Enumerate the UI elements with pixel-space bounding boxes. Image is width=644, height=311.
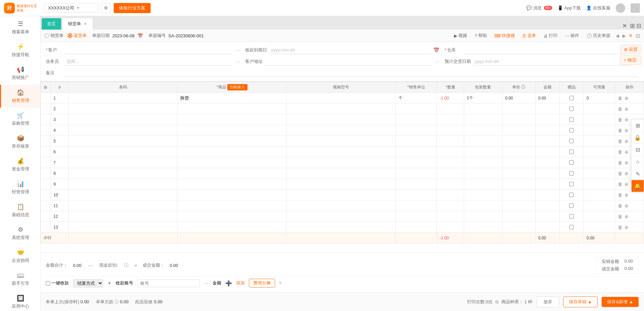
row-gift-6[interactable] <box>560 147 584 157</box>
online-support-button[interactable]: 👤 在线客服 <box>586 5 610 11</box>
row-quantity-11[interactable] <box>437 200 464 211</box>
copy-icon-2[interactable]: ⊕ <box>624 106 629 112</box>
settings-icon[interactable]: ⚙ <box>101 3 111 13</box>
row-product-4[interactable] <box>178 125 287 136</box>
row-quantity-5[interactable] <box>437 136 464 147</box>
settings-button[interactable]: ⚙ 设置 <box>620 45 641 54</box>
payment-account-input[interactable] <box>137 279 200 287</box>
expected-delivery-input[interactable] <box>473 57 631 66</box>
row-product-13[interactable] <box>178 222 287 233</box>
row-product-11[interactable] <box>178 200 287 211</box>
row-barcode-2[interactable] <box>69 104 178 114</box>
grid-view-icon[interactable]: ⊟ <box>636 22 641 30</box>
sidebar-item-appstore[interactable]: 🔲 应用中心 <box>0 290 40 311</box>
row-product-2[interactable] <box>178 104 287 114</box>
trial-button[interactable]: 体验行业方案 <box>114 3 151 13</box>
row-quantity-2[interactable] <box>437 104 464 114</box>
row-gift-11[interactable] <box>560 200 584 211</box>
row-gift-2[interactable] <box>560 104 584 114</box>
sidebar-item-search[interactable]: ☰ 搜索菜单 <box>0 16 40 39</box>
scan-button[interactable]: 扫码录入 <box>227 84 248 90</box>
tab-close-icon[interactable]: ✕ <box>84 22 87 26</box>
one-click-payment[interactable]: 一键收款 <box>46 280 69 286</box>
row-spec-4[interactable] <box>287 125 395 136</box>
row-barcode-1[interactable] <box>69 93 178 104</box>
copy-icon-11[interactable]: ⊕ <box>624 203 629 208</box>
row-product-10[interactable] <box>178 190 287 200</box>
logistics-button[interactable]: + 物流 <box>620 55 641 65</box>
row-spec-11[interactable] <box>287 200 395 211</box>
row-quantity-7[interactable] <box>437 157 464 168</box>
row-barcode-7[interactable] <box>69 157 178 168</box>
row-product-8[interactable] <box>178 168 287 179</box>
remark-input[interactable] <box>65 69 639 77</box>
company-selector[interactable]: XXXXXX公司 ▼ <box>44 3 98 13</box>
row-spec-3[interactable] <box>287 114 395 125</box>
row-gift-8[interactable] <box>560 168 584 179</box>
row-gift-1[interactable] <box>560 93 584 104</box>
save-draft-button[interactable]: 保存草稿 ▲ <box>563 297 598 307</box>
float-edit-btn[interactable]: ✎ <box>632 168 644 180</box>
row-quantity-13[interactable] <box>437 222 464 233</box>
operate-btn[interactable]: ⋯ 操作 <box>563 32 581 40</box>
grid-detail-icon[interactable]: ⊟ <box>636 33 640 39</box>
sidebar-item-quick-nav[interactable]: ⚡ 快捷导航 <box>0 39 40 62</box>
float-notify-btn[interactable]: 🔔 <box>632 180 644 192</box>
avatar[interactable] <box>616 3 625 13</box>
row-spec-8[interactable] <box>287 168 395 179</box>
copy-icon-8[interactable]: ⊕ <box>624 171 629 176</box>
add-payment-icon[interactable]: ➕ <box>225 280 232 286</box>
row-barcode-4[interactable] <box>69 125 178 136</box>
close-window-icon[interactable]: ✕ <box>622 22 627 30</box>
sidebar-item-system[interactable]: ⚙ 系统管理 <box>0 222 40 245</box>
row-spec-10[interactable] <box>287 190 395 200</box>
discard-button[interactable]: 放弃 <box>536 297 559 307</box>
nav-next-icon[interactable]: ▶ <box>622 33 626 38</box>
copy-icon-4[interactable]: ⊕ <box>624 128 629 133</box>
delete-icon-4[interactable]: 🗑 <box>618 128 622 133</box>
radio-return[interactable]: 退货单 <box>68 33 87 39</box>
row-spec-9[interactable] <box>287 179 395 190</box>
customer-input[interactable] <box>65 46 233 54</box>
payment-due-input[interactable] <box>269 46 431 54</box>
row-barcode-13[interactable] <box>69 222 178 233</box>
row-spec-7[interactable] <box>287 157 395 168</box>
copy-icon-6[interactable]: ⊕ <box>624 149 629 155</box>
delete-icon-7[interactable]: 🗑 <box>618 160 622 165</box>
help-btn[interactable]: ? 帮助 <box>472 32 489 40</box>
warehouse-input[interactable]: 建材仓 <box>463 46 632 54</box>
copy-icon-3[interactable]: ⊕ <box>624 117 629 122</box>
row-barcode-3[interactable] <box>69 114 178 125</box>
row-barcode-10[interactable] <box>69 190 178 200</box>
delete-icon-3[interactable]: 🗑 <box>618 117 622 122</box>
copy-icon-7[interactable]: ⊕ <box>624 160 629 165</box>
sidebar-item-marketing[interactable]: 📢 营销推广 <box>0 62 40 85</box>
payment-dots-icon[interactable]: ··· <box>204 280 209 286</box>
row-gift-9[interactable] <box>560 179 584 190</box>
float-lock-btn[interactable]: 🔒 <box>632 131 644 144</box>
row-product-12[interactable] <box>178 211 287 222</box>
delete-icon-9[interactable]: 🗑 <box>618 182 622 187</box>
row-product-5[interactable] <box>178 136 287 147</box>
copy-icon-1[interactable]: ⊕ <box>624 95 629 101</box>
sidebar-item-finance[interactable]: 💰 资金管理 <box>0 153 40 176</box>
row-quantity-10[interactable] <box>437 190 464 200</box>
row-quantity-4[interactable] <box>437 125 464 136</box>
sidebar-item-guide[interactable]: 📖 新手引导 <box>0 268 40 290</box>
delete-icon-5[interactable]: 🗑 <box>618 139 622 144</box>
user-menu-icon[interactable] <box>631 3 640 13</box>
float-star-btn[interactable]: ☆ <box>632 156 644 168</box>
history-btn[interactable]: 🕐 历史单据 <box>584 32 612 40</box>
messages-button[interactable]: 💬 消息 99+ <box>526 5 552 11</box>
row-quantity-9[interactable] <box>437 179 464 190</box>
video-btn[interactable]: ▶ 视频 <box>452 32 469 40</box>
row-product-9[interactable] <box>178 179 287 190</box>
row-gift-3[interactable] <box>560 114 584 125</box>
row-spec-2[interactable] <box>287 104 395 114</box>
list-view-icon[interactable]: ≡ <box>629 33 632 39</box>
delete-icon-13[interactable]: 🗑 <box>618 225 622 230</box>
address-dots-icon[interactable]: ··· <box>435 59 439 64</box>
sidebar-item-enterprise[interactable]: 🤝 企业协同 <box>0 245 40 268</box>
row-spec-12[interactable] <box>287 211 395 222</box>
sidebar-item-sales[interactable]: 🏠 销售管理 <box>0 85 40 108</box>
